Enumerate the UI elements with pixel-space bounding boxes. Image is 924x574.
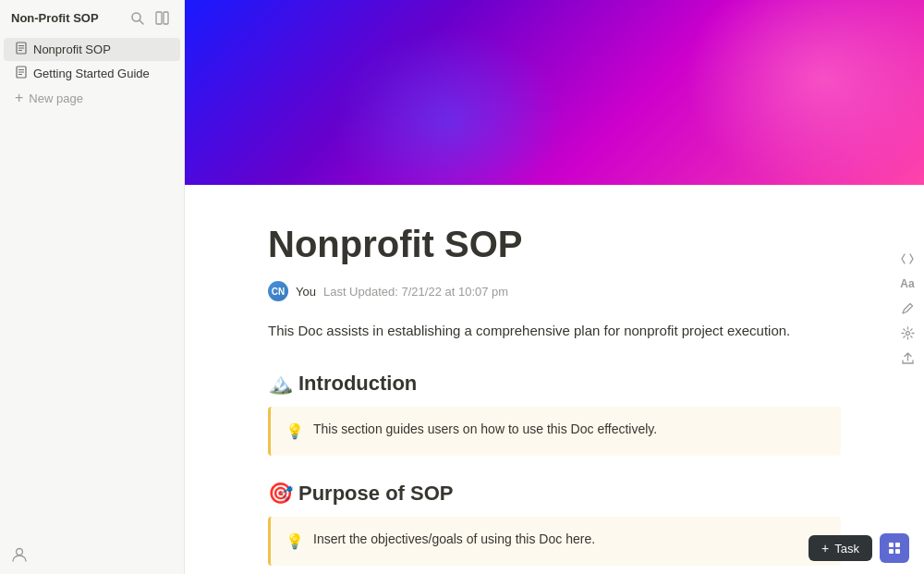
sidebar-nav: Nonprofit SOP Getting Started Guide + Ne… [0, 35, 184, 539]
document-meta: CN You Last Updated: 7/21/22 at 10:07 pm [268, 281, 841, 301]
sidebar-header-icons [127, 9, 173, 27]
task-button[interactable]: + Task [808, 535, 872, 561]
settings-icon [901, 326, 915, 340]
svg-rect-15 [895, 543, 900, 547]
layout-toggle-button[interactable] [152, 9, 173, 27]
sidebar-item-nonprofit-sop[interactable]: Nonprofit SOP [4, 38, 180, 61]
apps-button[interactable] [880, 533, 909, 563]
collapse-icon [900, 251, 915, 266]
user-icon[interactable] [11, 546, 28, 567]
bottom-bar: + Task [808, 533, 909, 563]
sidebar-footer [0, 539, 184, 574]
new-page-button[interactable]: + New page [4, 86, 180, 110]
search-button[interactable] [127, 9, 148, 27]
callout-text-introduction: This section guides users on how to use … [313, 420, 657, 439]
plus-icon: + [15, 90, 23, 106]
section-title-purpose: Purpose of SOP [298, 482, 453, 506]
layout-icon [155, 11, 169, 25]
author-avatar: CN [268, 281, 288, 301]
sidebar-workspace-title: Non-Profit SOP [11, 11, 99, 25]
author-name: You [296, 285, 316, 299]
doc-icon [15, 42, 28, 57]
svg-rect-2 [156, 12, 162, 24]
font-icon: Aa [900, 277, 914, 290]
font-button[interactable]: Aa [896, 274, 918, 294]
document-title: Nonprofit SOP [268, 222, 841, 266]
task-plus-icon: + [821, 541, 829, 556]
callout-introduction: 💡 This section guides users on how to us… [268, 407, 841, 456]
edit-button[interactable] [897, 298, 918, 319]
section-title-introduction: Introduction [298, 372, 417, 396]
sidebar: Non-Profit SOP [0, 0, 185, 574]
callout-icon-introduction: 💡 [286, 421, 304, 443]
sidebar-header: Non-Profit SOP [0, 0, 184, 35]
search-icon [130, 11, 144, 25]
section-emoji-purpose: 🎯 [268, 482, 293, 506]
svg-rect-3 [164, 12, 168, 24]
last-updated: Last Updated: 7/21/22 at 10:07 pm [323, 285, 508, 299]
task-label: Task [834, 542, 859, 556]
share-icon [901, 351, 915, 365]
section-heading-introduction: 🏔️ Introduction [268, 372, 841, 396]
svg-rect-14 [889, 543, 894, 547]
new-page-label: New page [29, 92, 83, 105]
svg-point-13 [906, 332, 909, 336]
edit-icon [901, 301, 915, 315]
right-toolbar: Aa [891, 240, 924, 376]
callout-icon-purpose: 💡 [286, 531, 304, 553]
svg-line-1 [140, 20, 143, 24]
svg-point-12 [17, 549, 23, 556]
document-body: Nonprofit SOP CN You Last Updated: 7/21/… [231, 185, 878, 574]
section-emoji-introduction: 🏔️ [268, 372, 293, 396]
callout-purpose: 💡 Insert the objectives/goals of using t… [268, 517, 841, 566]
main-content: Nonprofit SOP CN You Last Updated: 7/21/… [185, 0, 924, 574]
collapse-button[interactable] [896, 248, 918, 270]
section-heading-purpose: 🎯 Purpose of SOP [268, 482, 841, 506]
apps-grid-icon [888, 542, 901, 555]
settings-button[interactable] [897, 323, 918, 344]
callout-text-purpose: Insert the objectives/goals of using thi… [313, 530, 595, 549]
doc-icon-2 [15, 66, 28, 81]
document-description: This Doc assists in establishing a compr… [268, 320, 841, 342]
svg-rect-16 [889, 549, 894, 554]
sidebar-item-nonprofit-sop-label: Nonprofit SOP [33, 43, 169, 56]
sidebar-item-getting-started-label: Getting Started Guide [33, 67, 169, 80]
share-button[interactable] [897, 348, 918, 369]
svg-rect-17 [895, 549, 900, 554]
hero-banner [185, 0, 924, 185]
sidebar-item-getting-started[interactable]: Getting Started Guide [4, 62, 180, 85]
